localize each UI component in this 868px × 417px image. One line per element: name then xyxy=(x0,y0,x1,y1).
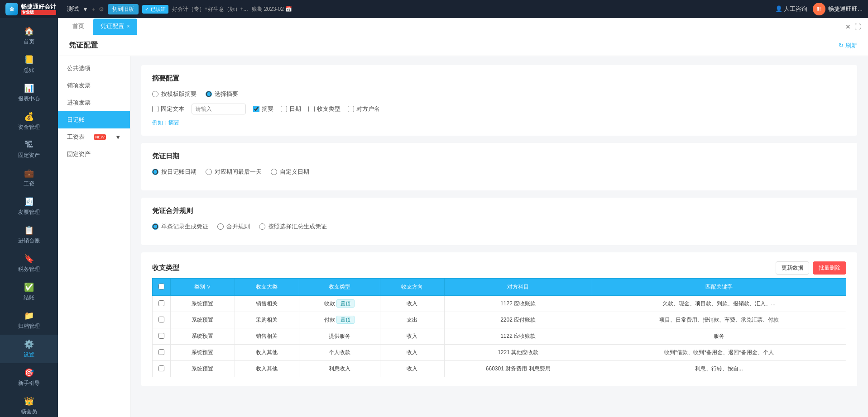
tab-home[interactable]: 首页 xyxy=(65,19,91,35)
left-menu-sales-invoice[interactable]: 销项发票 xyxy=(58,77,130,94)
radio-period-last[interactable]: 对应期间最后一天 xyxy=(206,168,262,176)
batch-delete-btn[interactable]: 批量删除 xyxy=(813,261,846,275)
update-data-btn[interactable]: 更新数据 xyxy=(776,261,809,275)
summary-config-section: 摘要配置 按模板版摘要 选择摘要 xyxy=(141,65,857,136)
radio-custom-date-input[interactable] xyxy=(271,169,277,175)
radio-template-input[interactable] xyxy=(152,91,158,97)
salary-icon: 💼 xyxy=(24,168,34,178)
radio-custom-date[interactable]: 自定义日期 xyxy=(271,168,309,176)
row-checkbox[interactable] xyxy=(158,365,164,371)
sidebar-item-archive[interactable]: 📁 归档管理 xyxy=(0,306,58,335)
voucher-date-radio-group: 按日记账日期 对应期间最后一天 自定义日期 xyxy=(152,168,846,176)
top-bar: 会 畅捷通好会计 专业版 测试 ▼ + ⚙ 切到旧版 ✓ 已认证 好会计（专）+… xyxy=(0,0,868,18)
reports-icon: 📊 xyxy=(24,83,34,93)
left-menu-payroll[interactable]: 工资表 NEW ▼ xyxy=(58,128,130,146)
tab-close-btn[interactable]: × xyxy=(127,23,130,29)
income-expense-title: 收支类型 xyxy=(152,264,179,272)
radio-journal-date-input[interactable] xyxy=(152,169,158,175)
col-account: 对方科目 xyxy=(444,279,592,296)
check-fixed-text[interactable]: 固定文本 xyxy=(152,105,184,113)
logo-icon: 会 xyxy=(5,3,18,15)
logo-text: 畅捷通好会计 专业版 xyxy=(21,3,56,15)
tag-top-2[interactable]: 置顶 xyxy=(336,316,355,324)
ledger-icon: 📒 xyxy=(24,55,34,65)
settings-icon: ⚙️ xyxy=(24,339,34,349)
home-icon: 🏠 xyxy=(24,26,34,36)
sidebar-item-settings[interactable]: ⚙️ 设置 xyxy=(0,335,58,363)
radio-select[interactable]: 选择摘要 xyxy=(206,90,238,98)
left-menu-purchase-invoice[interactable]: 进项发票 xyxy=(58,94,130,111)
summary-radio-group: 按模板版摘要 选择摘要 xyxy=(152,90,846,98)
merge-rule-title: 凭证合并规则 xyxy=(152,207,846,215)
tab-actions: ✕ ⛶ xyxy=(845,23,861,30)
check-date-input[interactable] xyxy=(281,106,287,112)
merge-rule-section: 凭证合并规则 单条记录生成凭证 合并规则 按照选择汇总生成凭证 xyxy=(141,198,857,245)
guide-icon: 🎯 xyxy=(24,368,34,378)
sidebar-item-ledger[interactable]: 📒 总账 xyxy=(0,50,58,79)
check-summary[interactable]: 摘要 xyxy=(253,105,273,113)
sidebar-item-funds[interactable]: 💰 资金管理 xyxy=(0,107,58,136)
tax-icon: 🔖 xyxy=(24,254,34,264)
logo: 会 畅捷通好会计 专业版 xyxy=(5,3,63,15)
radio-select-input[interactable] xyxy=(206,91,212,97)
sidebar-item-assets[interactable]: 🏗 固定资产 xyxy=(0,136,58,164)
example-text: 例如：摘要 xyxy=(152,119,846,127)
user-avatar-area: 旺 畅捷通旺旺... xyxy=(813,3,863,15)
check-type-input[interactable] xyxy=(308,106,315,112)
radio-summary-gen[interactable]: 按照选择汇总生成凭证 xyxy=(259,223,327,231)
content-area: 首页 凭证配置 × ✕ ⛶ 凭证配置 ↻ 刷新 公共选项 xyxy=(58,18,868,417)
radio-summary-gen-input[interactable] xyxy=(259,223,265,230)
row-checkbox[interactable] xyxy=(158,349,164,355)
select-all-checkbox[interactable] xyxy=(158,284,164,289)
table-row: 系统预置 销售相关 收款 置顶 收入 1122 应收账款 欠款、现金、项目款、到… xyxy=(153,296,846,312)
col-checkbox xyxy=(153,279,171,296)
check-counterpart[interactable]: 对方户名 xyxy=(348,105,380,113)
table-row: 系统预置 采购相关 付款 置顶 支出 2202 应付账款 项目、日常费用、报销款… xyxy=(153,312,846,328)
col-keywords: 匹配关键字 xyxy=(592,279,846,296)
sidebar-item-guide[interactable]: 🎯 新手引导 xyxy=(0,363,58,392)
radio-template[interactable]: 按模板版摘要 xyxy=(152,90,197,98)
fixed-text-input[interactable] xyxy=(192,104,246,114)
table-row: 系统预置 收入其他 利息收入 收入 660301 财务费用 利息费用 利息、行转… xyxy=(153,361,846,377)
check-summary-input[interactable] xyxy=(253,106,259,112)
left-menu-journal[interactable]: 日记账 xyxy=(58,111,130,128)
sidebar-item-checkout[interactable]: ✅ 结账 xyxy=(0,278,58,306)
table-actions: 更新数据 批量删除 xyxy=(776,261,846,275)
left-menu-public[interactable]: 公共选项 xyxy=(58,60,130,77)
table-header: 收支类型 更新数据 批量删除 xyxy=(152,261,846,275)
check-counterpart-input[interactable] xyxy=(348,106,354,112)
check-type[interactable]: 收支类型 xyxy=(308,105,340,113)
radio-single-input[interactable] xyxy=(152,223,158,230)
avatar: 旺 xyxy=(813,3,825,15)
sidebar-item-purchase[interactable]: 📋 进销台账 xyxy=(0,221,58,249)
sidebar-item-member[interactable]: 👑 畅会员 xyxy=(0,392,58,417)
voucher-date-section: 凭证日期 按日记账日期 对应期间最后一天 自定义日期 xyxy=(141,143,857,190)
row-checkbox[interactable] xyxy=(158,317,164,322)
tab-voucher-config[interactable]: 凭证配置 × xyxy=(93,19,137,35)
radio-period-last-input[interactable] xyxy=(206,169,212,175)
radio-merge-input[interactable] xyxy=(217,223,224,230)
sidebar-item-invoice[interactable]: 🧾 发票管理 xyxy=(0,192,58,221)
tag-top-1[interactable]: 置顶 xyxy=(336,299,355,308)
window-maximize-btn[interactable]: ⛶ xyxy=(854,23,861,30)
row-checkbox[interactable] xyxy=(158,333,164,339)
member-icon: 👑 xyxy=(24,396,34,406)
sidebar-item-reports[interactable]: 📊 报表中心 xyxy=(0,79,58,107)
radio-single[interactable]: 单条记录生成凭证 xyxy=(152,223,208,231)
window-close-btn[interactable]: ✕ xyxy=(845,23,851,30)
sidebar-item-tax[interactable]: 🔖 税务管理 xyxy=(0,249,58,278)
table-row: 系统预置 收入其他 个人收款 收入 1221 其他应收款 收到*借款、收到*备用… xyxy=(153,345,846,361)
refresh-icon: ↻ xyxy=(839,42,844,49)
row-checkbox[interactable] xyxy=(158,300,164,306)
sidebar-item-salary[interactable]: 💼 工资 xyxy=(0,164,58,192)
check-date[interactable]: 日期 xyxy=(281,105,301,113)
refresh-btn[interactable]: ↻ 刷新 xyxy=(839,42,857,55)
topbar-right: 👤 人工咨询 旺 畅捷通旺旺... xyxy=(775,3,863,15)
left-menu-fixed-assets[interactable]: 固定资产 xyxy=(58,146,130,163)
check-fixed-text-input[interactable] xyxy=(152,106,158,112)
switch-version-btn[interactable]: 切到旧版 xyxy=(108,4,139,14)
radio-journal-date[interactable]: 按日记账日期 xyxy=(152,168,197,176)
radio-merge[interactable]: 合并规则 xyxy=(217,223,250,231)
sidebar-item-home[interactable]: 🏠 首页 xyxy=(0,22,58,50)
table-header-row: 类别 ∨ 收支大类 收支类型 收支方向 对方科目 匹配关键字 xyxy=(153,279,846,296)
